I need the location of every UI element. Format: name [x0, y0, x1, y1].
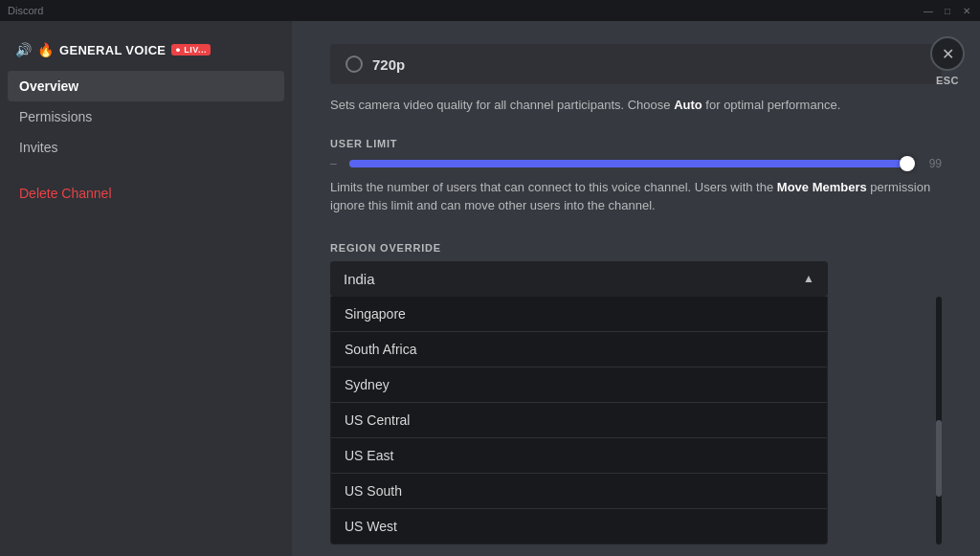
- user-limit-section-label: USER LIMIT: [330, 138, 942, 149]
- dropdown-scroll-area: Singapore South Africa Sydney US Central: [330, 297, 942, 545]
- dropdown-item-us-south[interactable]: US South: [331, 474, 827, 509]
- minimize-button[interactable]: —: [923, 5, 934, 16]
- esc-label: ESC: [936, 75, 959, 86]
- channel-header: 🔊 🔥 GENERAL VOICE ● LIV...: [8, 36, 284, 63]
- dropdown-item-singapore[interactable]: Singapore: [331, 297, 827, 332]
- slider-min-label: –: [330, 157, 342, 170]
- app-title: Discord: [8, 5, 43, 16]
- app-container: 🔊 🔥 GENERAL VOICE ● LIV... Overview Perm…: [0, 21, 980, 556]
- delete-channel-button[interactable]: Delete Channel: [8, 178, 284, 209]
- radio-720p[interactable]: 720p: [330, 44, 942, 84]
- content-inner: ✕ ESC 720p Sets camera video quality for…: [292, 21, 980, 556]
- radio-circle-720p: [345, 56, 363, 73]
- speaker-icon: 🔊: [15, 42, 32, 57]
- slider-max-label: 99: [923, 157, 942, 170]
- region-select[interactable]: India ▲: [330, 261, 828, 297]
- dropdown-item-sydney[interactable]: Sydney: [331, 367, 827, 403]
- slider-track: [349, 160, 915, 167]
- chevron-up-icon: ▲: [803, 272, 814, 285]
- limit-description: Limits the number of users that can conn…: [330, 178, 942, 215]
- titlebar: Discord — □ ✕: [0, 0, 980, 21]
- channel-name: GENERAL VOICE: [59, 43, 166, 57]
- content-area: ✕ ESC 720p Sets camera video quality for…: [292, 21, 980, 556]
- maximize-button[interactable]: □: [942, 5, 953, 16]
- esc-button[interactable]: ✕ ESC: [930, 36, 965, 86]
- region-section-label: REGION OVERRIDE: [330, 242, 942, 254]
- region-override-section: REGION OVERRIDE India ▲ Singapore South …: [330, 242, 942, 545]
- selected-region-label: India: [344, 271, 375, 287]
- dropdown-item-us-central[interactable]: US Central: [331, 403, 827, 438]
- sidebar: 🔊 🔥 GENERAL VOICE ● LIV... Overview Perm…: [0, 21, 292, 556]
- dropdown-item-south-africa[interactable]: South Africa: [331, 332, 827, 367]
- fire-icon: 🔥: [37, 42, 54, 57]
- region-dropdown-list: Singapore South Africa Sydney US Central: [330, 297, 828, 545]
- slider-thumb[interactable]: [900, 156, 915, 171]
- dropdown-item-us-west[interactable]: US West: [331, 509, 827, 544]
- scrollbar-thumb[interactable]: [936, 420, 942, 497]
- scrollbar-track: [936, 297, 942, 545]
- user-limit-slider-row: – 99: [330, 157, 942, 170]
- sidebar-item-invites[interactable]: Invites: [8, 132, 284, 163]
- close-icon[interactable]: ✕: [930, 36, 965, 71]
- live-badge: ● LIV...: [171, 44, 211, 56]
- dropdown-item-us-east[interactable]: US East: [331, 438, 827, 474]
- video-quality-description: Sets camera video quality for all channe…: [330, 96, 942, 115]
- sidebar-item-permissions[interactable]: Permissions: [8, 101, 284, 132]
- slider-fill: [349, 160, 903, 167]
- sidebar-nav: Overview Permissions Invites Delete Chan…: [8, 71, 284, 209]
- sidebar-item-overview[interactable]: Overview: [8, 71, 284, 101]
- radio-720p-label: 720p: [372, 56, 405, 73]
- close-button[interactable]: ✕: [961, 5, 972, 16]
- window-controls: — □ ✕: [923, 5, 972, 16]
- slider-wrapper[interactable]: [349, 160, 915, 167]
